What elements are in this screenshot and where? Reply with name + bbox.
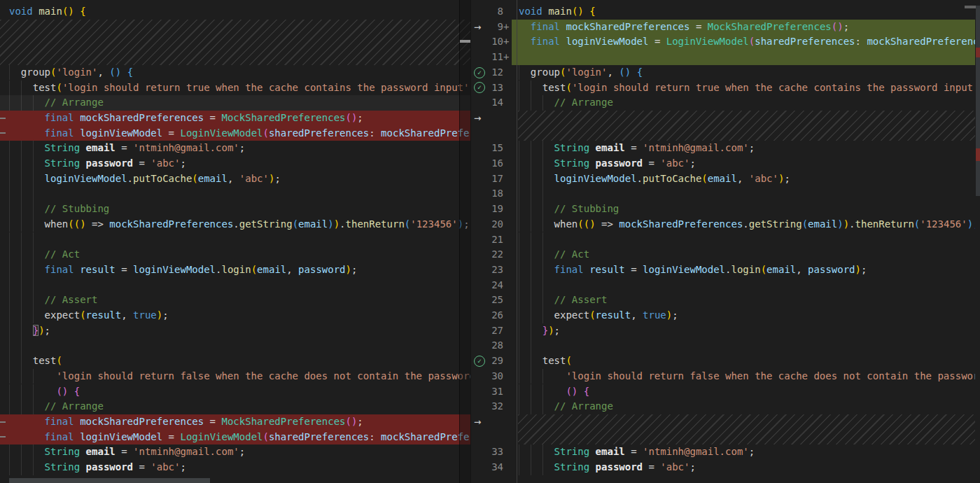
code-line[interactable]: 21 <box>471 232 980 248</box>
line-number[interactable]: 21 <box>481 232 503 248</box>
code-line[interactable]: 18 <box>471 186 980 202</box>
code-line[interactable]: // Arrange <box>0 95 470 111</box>
revert-change-arrow-icon[interactable]: → <box>474 414 481 430</box>
line-number[interactable]: 8 <box>481 4 503 20</box>
code-line[interactable]: () { <box>0 384 470 400</box>
code-line[interactable]: final loginViewModel = LoginViewModel(sh… <box>0 430 470 445</box>
code-text: String password = 'abc'; <box>9 460 186 475</box>
code-line[interactable]: // Assert25 <box>471 293 980 308</box>
code-line[interactable]: group('login', () {12✓ <box>471 65 980 80</box>
code-line[interactable]: 'login should return false when the cach… <box>0 369 470 384</box>
line-number[interactable]: 14 <box>481 95 503 111</box>
code-line[interactable]: test(29✓ <box>471 354 980 369</box>
line-number[interactable]: 16 <box>481 156 503 172</box>
code-line[interactable]: // Stubbing19 <box>471 202 980 217</box>
code-line[interactable] <box>0 278 470 293</box>
code-line[interactable]: loginViewModel.putToCache(email, 'abc'); <box>0 172 470 187</box>
line-number[interactable]: 27 <box>481 323 503 339</box>
vertical-scrollbar-left[interactable] <box>459 0 470 483</box>
code-token: loginViewModel <box>643 264 725 275</box>
code-line[interactable]: expect(result, true); <box>0 308 470 323</box>
code-token: password <box>298 264 345 275</box>
code-line[interactable]: final result = loginViewModel.login(emai… <box>471 262 980 278</box>
code-line[interactable]: String password = 'abc'; <box>0 156 470 172</box>
original-editor[interactable]: void main() { group('login', () { test('… <box>0 0 470 483</box>
code-line[interactable]: loginViewModel.putToCache(email, 'abc');… <box>471 172 980 187</box>
code-line[interactable] <box>0 186 470 202</box>
code-line[interactable]: });27 <box>471 323 980 339</box>
line-number[interactable]: 22 <box>481 247 503 262</box>
code-line[interactable]: when(() => mockSharedPreferences.getStri… <box>0 217 470 232</box>
code-line[interactable]: 11+ <box>471 50 980 65</box>
code-line[interactable]: String email = 'ntminh@gmail.com'; <box>0 141 470 156</box>
code-line[interactable]: when(() => mockSharedPreferences.getStri… <box>471 217 980 232</box>
line-number[interactable]: 26 <box>481 308 503 323</box>
revert-change-arrow-icon[interactable]: → <box>474 111 481 126</box>
line-number[interactable]: 32 <box>481 399 503 414</box>
code-line[interactable]: test( <box>0 354 470 369</box>
line-number[interactable]: 11 <box>481 50 503 65</box>
code-line[interactable]: final mockSharedPreferences = MockShared… <box>0 111 470 126</box>
line-number[interactable]: 18 <box>481 186 503 202</box>
code-line[interactable]: // Assert <box>0 293 470 308</box>
code-line[interactable]: 'login should return false when the cach… <box>471 369 980 384</box>
line-number[interactable]: 24 <box>481 278 503 293</box>
line-number[interactable]: 33 <box>481 444 503 460</box>
code-text: String password = 'abc'; <box>519 460 696 475</box>
code-line[interactable]: }); <box>0 323 470 339</box>
code-line[interactable]: 24 <box>471 278 980 293</box>
code-line[interactable]: // Stubbing <box>0 202 470 217</box>
code-line[interactable]: () {31 <box>471 384 980 400</box>
code-line[interactable]: // Arrange32 <box>471 399 980 414</box>
code-line[interactable]: String password = 'abc'; <box>0 460 470 475</box>
code-line[interactable]: String email = 'ntminh@gmail.com'; <box>0 444 470 460</box>
line-number[interactable]: 15 <box>481 141 503 156</box>
scrollbar-thumb[interactable] <box>976 6 980 196</box>
line-number[interactable]: 9 <box>481 20 503 35</box>
line-number[interactable]: 31 <box>481 384 503 400</box>
code-line[interactable] <box>0 338 470 354</box>
code-token: ) <box>328 218 333 230</box>
line-number[interactable]: 17 <box>481 172 503 187</box>
code-line[interactable]: // Arrange <box>0 399 470 414</box>
revert-change-arrow-icon[interactable]: → <box>474 20 481 35</box>
code-token: 'login' <box>56 66 97 78</box>
code-token: , <box>121 309 133 321</box>
line-number[interactable]: 28 <box>481 338 503 354</box>
line-number[interactable]: 10 <box>481 34 503 50</box>
code-line[interactable] <box>0 232 470 248</box>
code-line[interactable]: final result = loginViewModel.login(emai… <box>0 262 470 278</box>
code-line[interactable]: String email = 'ntminh@gmail.com';15 <box>471 141 980 156</box>
code-line[interactable]: group('login', () { <box>0 65 470 80</box>
code-line[interactable]: String password = 'abc';16 <box>471 156 980 172</box>
modified-editor[interactable]: void main() {8 final mockSharedPreferenc… <box>470 0 980 483</box>
horizontal-scrollbar-left[interactable] <box>9 478 210 483</box>
code-line[interactable]: // Act22 <box>471 247 980 262</box>
indent-guide <box>531 186 531 202</box>
code-line[interactable]: void main() {8 <box>471 4 980 20</box>
line-number[interactable]: 19 <box>481 202 503 217</box>
code-token: ; <box>784 173 790 184</box>
test-passed-icon[interactable]: ✓ <box>474 67 485 78</box>
code-line[interactable]: // Act <box>0 247 470 262</box>
line-number[interactable]: 25 <box>481 293 503 308</box>
line-number[interactable]: 20 <box>481 217 503 232</box>
code-token: ( <box>802 218 808 230</box>
code-line[interactable]: final mockSharedPreferences = MockShared… <box>471 20 980 35</box>
code-line[interactable]: final loginViewModel = LoginViewModel(sh… <box>0 126 470 141</box>
code-line[interactable]: test('login should return true when the … <box>471 80 980 96</box>
code-line[interactable]: String email = 'ntminh@gmail.com';33 <box>471 444 980 460</box>
vertical-scrollbar-right[interactable] <box>975 0 980 483</box>
code-line[interactable]: // Arrange14 <box>471 95 980 111</box>
line-number[interactable]: 23 <box>481 262 503 278</box>
code-line[interactable]: final loginViewModel = LoginViewModel(sh… <box>471 34 980 50</box>
code-line[interactable]: test('login should return true when the … <box>0 80 470 96</box>
test-passed-icon[interactable]: ✓ <box>474 356 485 367</box>
line-number[interactable]: 34 <box>481 460 503 475</box>
line-number[interactable]: 30 <box>481 369 503 384</box>
code-line[interactable]: final mockSharedPreferences = MockShared… <box>0 414 470 430</box>
code-line[interactable]: String password = 'abc';34 <box>471 460 980 475</box>
code-line[interactable]: 28 <box>471 338 980 354</box>
code-line[interactable]: void main() { <box>0 4 470 20</box>
code-line[interactable]: expect(result, true);26 <box>471 308 980 323</box>
